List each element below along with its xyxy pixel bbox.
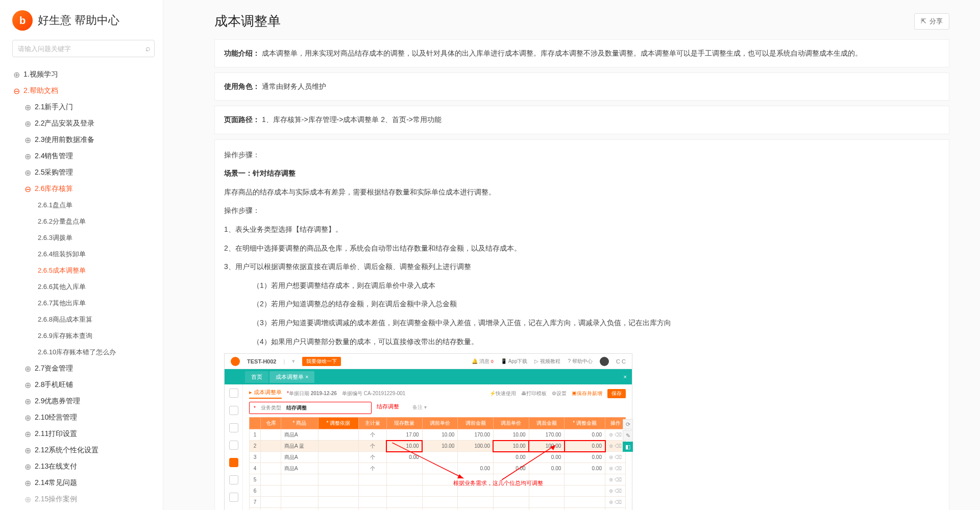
nav-2-6[interactable]: 2.6库存核算	[23, 181, 155, 197]
plus-icon	[23, 103, 32, 111]
scene-1-title: 场景一：针对结存调整	[224, 166, 940, 180]
nav-2-14[interactable]: 2.14常见问题	[23, 475, 155, 491]
nav-2-6-5[interactable]: 2.6.5成本调整单	[38, 262, 155, 279]
shot-nav-icon	[229, 475, 238, 484]
shot-nav-icon	[229, 423, 238, 432]
shot-nav-icon-active	[229, 458, 238, 467]
role-label: 使用角色：	[224, 82, 260, 90]
shot-nav-icon	[229, 441, 238, 450]
step-3: 3、用户可以根据调整依据直接在调后单价、调后金额、调整金额列上进行调整	[224, 260, 940, 274]
shot-leftnav	[225, 384, 243, 510]
nav-2-13[interactable]: 2.13在线支付	[23, 458, 155, 475]
role-text: 通常由财务人员维护	[262, 82, 326, 90]
path-card: 页面路径：1、库存核算->库存管理->成本调整单 2、首页->常用功能	[214, 106, 949, 134]
nav-2-6-2[interactable]: 2.6.2分量盘点单	[38, 213, 155, 230]
step-1: 1、表头业务类型选择【结存调整】。	[224, 223, 940, 236]
step-3-4: （4）如果用户只调整部分数量的成本，可以直接修改带出的结存数量。	[224, 335, 940, 349]
minus-icon	[23, 185, 32, 193]
shot-msg: 🔔 消息0	[472, 358, 494, 365]
shot-savedup: ▣保存并新增	[572, 390, 602, 397]
shot-annotation-2: 根据业务需求，这几个位总均可调整	[453, 479, 543, 487]
step-3-2: （2）若用户知道调整总的结存金额，则在调后金额中录入总金额	[224, 297, 940, 311]
plus-icon	[23, 430, 32, 438]
shot-filter-box: *业务类型 结存调整	[249, 402, 372, 414]
nav-2-5[interactable]: 2.5采购管理	[23, 164, 155, 181]
page-title: 成本调整单	[214, 12, 281, 30]
nav-2-8[interactable]: 2.8手机旺铺	[23, 377, 155, 393]
shot-tenant: TEST-H002	[247, 358, 276, 365]
nav-2-6-3[interactable]: 2.6.3调拨单	[38, 230, 155, 246]
shot-avatar-icon	[600, 357, 609, 366]
nav-2-11[interactable]: 2.11打印设置	[23, 426, 155, 442]
sidebar: b 好生意 帮助中心 ⌕ 1.视频学习 2.帮助文档 2.1新手入门 2.2产品…	[0, 0, 163, 510]
intro-text: 成本调整单，用来实现对商品结存成本的调整，以及针对具体的出入库单进行成本调整。库…	[262, 49, 862, 57]
plus-icon	[23, 365, 32, 373]
shot-table: 仓库 商品 调整依据 主计量 现存数量 调前单价 调前金额 调后单价 调后金额	[249, 417, 626, 510]
nav-2-2[interactable]: 2.2产品安装及登录	[23, 115, 155, 132]
search-input[interactable]	[12, 40, 155, 57]
shot-annotation-1: 结存调整	[377, 403, 399, 410]
nav-2-6-6[interactable]: 2.6.6其他入库单	[38, 279, 155, 295]
nav-2-9[interactable]: 2.9优惠券管理	[23, 393, 155, 409]
nav-2-6-9[interactable]: 2.6.9库存账本查询	[38, 328, 155, 344]
nav-2-6-4[interactable]: 2.6.4组装拆卸单	[38, 246, 155, 262]
plus-icon	[12, 70, 20, 79]
nav-2-6-1[interactable]: 2.6.1盘点单	[38, 197, 155, 213]
steps-block: 操作步骤： 场景一：针对结存调整 库存商品的结存成本与实际成本有差异，需要根据结…	[214, 139, 949, 510]
path-label: 页面路径：	[224, 115, 260, 124]
nav-2-6-7[interactable]: 2.6.7其他出库单	[38, 295, 155, 311]
step-3-3: （3）若用户知道要调增或调减的成本差值，则在调整金额中录入差值，调增录入正值，记…	[224, 316, 940, 330]
share-label: 分享	[929, 17, 943, 26]
brand-title: 好生意 帮助中心	[38, 13, 119, 28]
scene-1-intro: 库存商品的结存成本与实际成本有差异，需要根据结存数量和实际单位成本进行调整。	[224, 185, 940, 199]
nav-2-6-8[interactable]: 2.6.8商品成本重算	[38, 311, 155, 328]
shot-right-tools: ⟳ ✎ ◧	[623, 419, 633, 452]
brand-row: b 好生意 帮助中心	[12, 10, 155, 31]
shot-tmpl: 🖶打印模板	[521, 390, 547, 397]
shot-opts: ⚙设置	[552, 390, 567, 397]
steps-label: 操作步骤：	[224, 204, 940, 217]
shot-app: 📱 App下载	[501, 358, 528, 365]
nav-2-6-10[interactable]: 2.6.10库存账本错了怎么办	[38, 344, 155, 360]
nav-help-docs[interactable]: 2.帮助文档	[12, 83, 155, 99]
nav-2-12[interactable]: 2.12系统个性化设置	[23, 442, 155, 458]
minus-icon	[12, 87, 20, 95]
shot-nav-icon	[229, 388, 238, 398]
tool-icon: ✎	[623, 430, 633, 441]
nav-2-1[interactable]: 2.1新手入门	[23, 99, 155, 115]
shot-help: ? 帮助中心	[568, 358, 593, 365]
shot-doc-tab: ▸ 成本调整单	[249, 388, 282, 399]
nav-video-learning[interactable]: 1.视频学习	[12, 66, 155, 83]
plus-icon	[23, 119, 32, 128]
shot-remark-lbl: 备注 ▾	[412, 404, 427, 411]
plus-icon	[23, 495, 32, 503]
nav-2-4[interactable]: 2.4销售管理	[23, 148, 155, 164]
nav-2-10[interactable]: 2.10经营管理	[23, 409, 155, 426]
step-3-1: （1）若用户想要调整结存成本，则在调后单价中录入成本	[224, 279, 940, 293]
plus-icon	[23, 152, 32, 160]
shot-save-btn: 保存	[607, 389, 626, 398]
nav-2-3[interactable]: 2.3使用前数据准备	[23, 132, 155, 148]
plus-icon	[23, 381, 32, 389]
shot-logo-icon	[231, 357, 240, 366]
nav-2-7[interactable]: 2.7资金管理	[23, 360, 155, 377]
search-icon[interactable]: ⌕	[145, 44, 151, 53]
logo-icon: b	[12, 10, 33, 31]
shot-topbar: TEST-H002 | ▾ 我要做啥一下 🔔 消息0 📱 App下载 ▷ 视频教…	[225, 354, 632, 369]
shot-tab-doc: 成本调整单 ×	[270, 371, 314, 383]
main-content: 成本调整单 ⇱ 分享 功能介绍：成本调整单，用来实现对商品结存成本的调整，以及针…	[163, 0, 980, 510]
shot-tabs: 首页 成本调整单 × ×	[225, 369, 632, 384]
plus-icon	[23, 446, 32, 454]
plus-icon	[23, 397, 32, 405]
tool-icon: ◧	[623, 442, 633, 452]
nav-2-15[interactable]: 2.15操作案例	[23, 491, 155, 507]
share-button[interactable]: ⇱ 分享	[914, 13, 949, 30]
search-box: ⌕	[12, 40, 155, 57]
plus-icon	[23, 414, 32, 422]
shot-quick: ⚡快速使用	[489, 390, 516, 397]
intro-card: 功能介绍：成本调整单，用来实现对商品结存成本的调整，以及针对具体的出入库单进行成…	[214, 39, 949, 67]
plus-icon	[23, 136, 32, 144]
share-icon: ⇱	[921, 17, 926, 25]
shot-tab-home: 首页	[245, 371, 268, 383]
step-2: 2、在明细中选择要调整的商品及仓库，系统会自动带出结存数量和结存金额，以及结存成…	[224, 241, 940, 255]
